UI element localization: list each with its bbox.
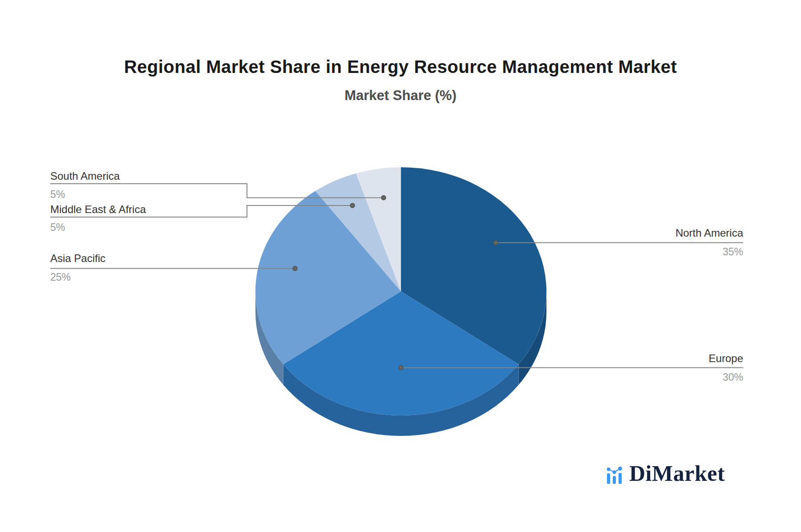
value-asia-pacific: 25%: [50, 271, 71, 283]
value-europe: 30%: [723, 371, 743, 383]
leader-dot-middle-east-africa: [350, 203, 355, 208]
chart-page: Regional Market Share in Energy Resource…: [0, 0, 801, 532]
dimarket-logo: DiMarket: [607, 462, 725, 485]
leader-dot-south-america: [381, 196, 386, 200]
logo-text: DiMarket: [629, 462, 725, 485]
label-europe: Europe: [709, 352, 743, 365]
leader-dot-asia-pacific: [293, 266, 297, 271]
leader-dot-europe: [399, 366, 403, 370]
label-asia-pacific: Asia Pacific: [50, 252, 105, 265]
value-middle-east-africa: 5%: [50, 222, 65, 234]
pie-top-slices: [255, 167, 546, 415]
label-north-america: North America: [676, 227, 743, 239]
label-south-america: South America: [50, 170, 120, 182]
pie-chart: [0, 0, 801, 532]
leader-dot-north-america: [494, 241, 498, 245]
value-south-america: 5%: [50, 189, 65, 201]
value-north-america: 35%: [723, 246, 743, 258]
label-middle-east-africa: Middle East & Africa: [50, 203, 146, 216]
bar-chart-icon: [607, 465, 624, 485]
